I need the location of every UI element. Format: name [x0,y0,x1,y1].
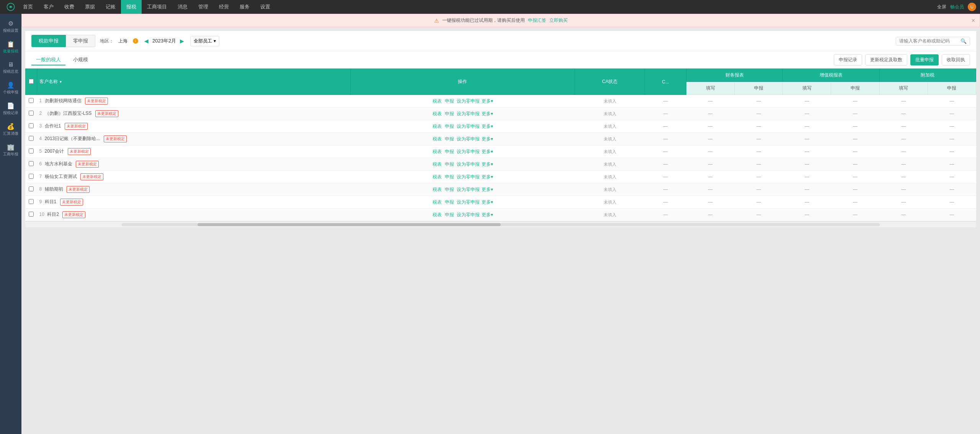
nav-operation[interactable]: 经营 [214,0,234,14]
op-tax-link[interactable]: 税表 [433,162,442,167]
op-zero-link[interactable]: 设为零申报 [457,98,480,104]
op-report-link[interactable]: 申报 [445,111,454,116]
upgrade-btn[interactable]: 畅会员 [950,4,964,10]
row-checkbox-9[interactable] [29,212,34,217]
user-avatar[interactable]: U [968,3,976,11]
type-tab-general[interactable]: 一般的税人 [31,55,65,65]
nav-tax[interactable]: 报税 [121,0,142,14]
op-report-link[interactable]: 申报 [445,212,454,217]
op-tax-link[interactable]: 税表 [433,124,442,129]
op-tax-link[interactable]: 税表 [433,212,442,217]
op-tax-link[interactable]: 税表 [433,136,442,142]
sidebar-item-annual-report[interactable]: 🏢 工商年报 [1,140,21,160]
nav-home[interactable]: 首页 [18,0,38,14]
op-report-link[interactable]: 申报 [445,174,454,179]
row-operations: 税表 申报 设为零申报 更多▾ [350,209,575,221]
nav-business[interactable]: 工商项目 [142,0,172,14]
op-tax-link[interactable]: 税表 [433,187,442,192]
row-checkbox-4[interactable] [29,148,34,153]
tab-zero-declaration[interactable]: 零申报 [66,35,95,47]
op-more-link[interactable]: 更多▾ [482,199,493,205]
op-more-link[interactable]: 更多▾ [482,174,493,179]
op-more-link[interactable]: 更多▾ [482,212,493,217]
op-tax-link[interactable]: 税表 [433,149,442,154]
op-tax-link[interactable]: 税表 [433,111,442,116]
row-checkbox-3[interactable] [29,136,34,141]
op-more-link[interactable]: 更多▾ [482,98,493,104]
op-report-link[interactable]: 申报 [445,199,454,205]
sidebar-item-personal-tax[interactable]: 👤 个税申报 [1,78,21,98]
sidebar-item-settlement[interactable]: 💰 汇算清缴 [1,120,21,139]
op-zero-link[interactable]: 设为零申报 [457,111,480,116]
op-more-link[interactable]: 更多▾ [482,124,493,129]
row-checkbox-8[interactable] [29,199,34,204]
nav-message[interactable]: 消息 [172,0,193,14]
op-tax-link[interactable]: 税表 [433,199,442,205]
op-zero-link[interactable]: 设为零申报 [457,149,480,154]
op-more-link[interactable]: 更多▾ [482,162,493,167]
retrieve-btn[interactable]: 收取回执 [942,54,970,65]
op-more-link[interactable]: 更多▾ [482,187,493,192]
search-icon[interactable]: 🔍 [960,38,967,44]
op-zero-link[interactable]: 设为零申报 [457,212,480,217]
op-report-link[interactable]: 申报 [445,162,454,167]
sidebar-item-overview[interactable]: 🖥 报税总览 [1,58,21,77]
op-report-link[interactable]: 申报 [445,149,454,154]
row-checkbox-cell [26,145,37,158]
search-input[interactable] [899,38,960,44]
horizontal-scrollbar[interactable] [25,221,976,227]
nav-settings[interactable]: 设置 [255,0,276,14]
nav-client[interactable]: 客户 [38,0,59,14]
nav-fee[interactable]: 收费 [59,0,80,14]
tab-tax-declaration[interactable]: 税款申报 [31,35,66,47]
op-report-link[interactable]: 申报 [445,136,454,142]
row-checkbox-2[interactable] [29,123,34,128]
next-month-btn[interactable]: ▶ [178,37,186,45]
row-checkbox-1[interactable] [29,111,34,116]
nav-invoice[interactable]: 票据 [80,0,100,14]
op-more-link[interactable]: 更多▾ [482,136,493,142]
col-tax-return-group: 增值税报表 [783,69,879,82]
sidebar-item-batch-tax[interactable]: 📋 批量报税 [1,38,21,57]
banner-close[interactable]: × [972,17,975,24]
op-zero-link[interactable]: 设为零申报 [457,136,480,142]
op-report-link[interactable]: 申报 [445,124,454,129]
prev-month-btn[interactable]: ◀ [143,37,150,45]
banner-link-report[interactable]: 申报汇签 [528,17,546,24]
op-zero-link[interactable]: 设为零申报 [457,199,480,205]
op-zero-link[interactable]: 设为零申报 [457,174,480,179]
select-all-checkbox[interactable] [29,79,34,84]
op-report-link[interactable]: 申报 [445,187,454,192]
row-checkbox-6[interactable] [29,174,34,179]
row-add-fill: — [879,95,928,108]
row-checkbox-5[interactable] [29,161,34,166]
op-report-link[interactable]: 申报 [445,98,454,104]
type-tab-small[interactable]: 小规模 [69,55,93,65]
nav-manage[interactable]: 管理 [193,0,214,14]
op-zero-link[interactable]: 设为零申报 [457,187,480,192]
row-client-name: 3 合作社1 未更新税定 [37,120,351,133]
row-checkbox-0[interactable] [29,98,34,103]
op-tax-link[interactable]: 税表 [433,98,442,104]
op-zero-link[interactable]: 设为零申报 [457,124,480,129]
banner-link-buy[interactable]: 立即购买 [549,17,568,24]
op-more-link[interactable]: 更多▾ [482,111,493,116]
batch-report-btn[interactable]: 批量申报 [910,54,939,65]
sidebar-item-tax-settings[interactable]: ⚙ 报税设置 [1,17,21,36]
nav-account[interactable]: 记账 [100,0,121,14]
fullscreen-btn[interactable]: 全屏 [937,4,946,10]
row-add-fill: — [879,133,928,145]
sidebar-item-tax-record[interactable]: 📄 报税记录 [1,99,21,118]
nav-service[interactable]: 服务 [234,0,255,14]
update-tax-btn[interactable]: 更新税定及取数 [865,54,907,65]
record-btn[interactable]: 申报记录 [834,54,862,65]
employee-filter[interactable]: 全部员工 ▾ [190,36,219,46]
row-checkbox-7[interactable] [29,186,34,191]
row-checkbox-cell [26,133,37,145]
row-tax-report: — [831,158,879,171]
op-more-link[interactable]: 更多▾ [482,149,493,154]
row-financial-fill: — [686,145,735,158]
row-tax-fill: — [783,196,831,209]
op-tax-link[interactable]: 税表 [433,174,442,179]
op-zero-link[interactable]: 设为零申报 [457,162,480,167]
